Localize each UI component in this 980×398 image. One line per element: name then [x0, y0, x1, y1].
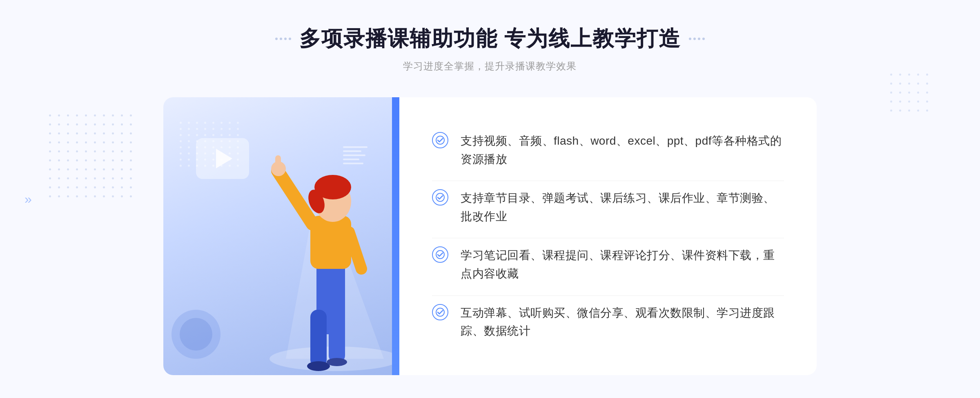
- dot: [94, 132, 96, 134]
- chevron-icon: »: [24, 192, 32, 207]
- dot: [926, 92, 928, 94]
- feature-text-2: 支持章节目录、弹题考试、课后练习、课后作业、章节测验、批改作业: [461, 189, 784, 226]
- dot: [188, 140, 190, 142]
- dot: [112, 141, 114, 143]
- dot: [112, 177, 114, 179]
- check-icon-1: [432, 132, 448, 148]
- play-icon: [216, 149, 232, 168]
- dot: [180, 152, 182, 154]
- dot: [49, 141, 51, 143]
- dot: [112, 195, 114, 197]
- dot: [130, 141, 132, 143]
- dot: [112, 186, 114, 188]
- dot: [94, 159, 96, 161]
- dot: [130, 150, 132, 152]
- dot: [49, 114, 51, 116]
- dot: [49, 186, 51, 188]
- dot: [908, 110, 910, 112]
- dot: [899, 83, 901, 85]
- dot: [899, 74, 901, 76]
- dot: [212, 128, 214, 130]
- dot: [103, 132, 105, 134]
- svg-rect-3: [310, 310, 327, 367]
- dot: [130, 159, 132, 161]
- dot: [121, 114, 123, 116]
- dot: [130, 177, 132, 179]
- checkmark-svg-1: [436, 136, 445, 145]
- dot: [58, 177, 60, 179]
- dot: [49, 168, 51, 170]
- dot: [220, 128, 223, 130]
- dot: [67, 186, 69, 188]
- dot: [94, 177, 96, 179]
- svg-point-6: [327, 358, 347, 366]
- dot: [103, 150, 105, 152]
- dot: [58, 150, 60, 152]
- dot: [917, 92, 919, 94]
- dot: [94, 141, 96, 143]
- dot: [180, 159, 182, 161]
- dot: [237, 122, 239, 124]
- dot: [112, 123, 114, 125]
- feature-item-3: 学习笔记回看、课程提问、课程评论打分、课件资料下载，重点内容收藏: [432, 238, 784, 291]
- dot: [112, 132, 114, 134]
- dot: [917, 101, 919, 103]
- dot: [76, 132, 78, 134]
- feature-item-4: 互动弹幕、试听购买、微信分享、观看次数限制、学习进度跟踪、数据统计: [432, 295, 784, 349]
- dot: [67, 141, 69, 143]
- dot: [180, 122, 182, 124]
- dot: [196, 128, 198, 130]
- dot: [76, 177, 78, 179]
- dot: [204, 128, 206, 130]
- feature-text-4: 互动弹幕、试听购买、微信分享、观看次数限制、学习进度跟踪、数据统计: [461, 304, 784, 341]
- dot: [196, 134, 198, 136]
- dot: [130, 195, 132, 197]
- dot: [85, 177, 87, 179]
- dot: [112, 168, 114, 170]
- dot: [121, 168, 123, 170]
- dot: [49, 123, 51, 125]
- check-icon-2: [432, 189, 448, 206]
- dot: [890, 110, 892, 112]
- dot: [85, 114, 87, 116]
- dot: [49, 132, 51, 134]
- dot: [899, 101, 901, 103]
- dot: [67, 132, 69, 134]
- dot: [220, 122, 223, 124]
- dot: [112, 150, 114, 152]
- checkmark-svg-4: [436, 308, 445, 317]
- page-subtitle: 学习进度全掌握，提升录播课教学效果: [275, 60, 705, 73]
- dot: [130, 186, 132, 188]
- dot: [85, 150, 87, 152]
- dot: [926, 101, 928, 103]
- page-wrapper: for(let i=0;i<100;i++){ document.current…: [0, 0, 980, 398]
- dot: [103, 195, 105, 197]
- dot: [180, 146, 182, 148]
- dot: [85, 132, 87, 134]
- dot: [121, 159, 123, 161]
- dot: [188, 134, 190, 136]
- dot: [94, 195, 96, 197]
- dot: [76, 141, 78, 143]
- svg-point-5: [307, 361, 330, 371]
- dot: [229, 122, 231, 124]
- dot: [103, 114, 105, 116]
- dot: [58, 195, 60, 197]
- dot: [58, 114, 60, 116]
- dot: [85, 168, 87, 170]
- dot: [112, 159, 114, 161]
- human-figure-illustration: [253, 138, 392, 375]
- dot: [220, 134, 223, 136]
- svg-line-9: [349, 232, 361, 269]
- dot: [926, 74, 928, 76]
- dot: [188, 165, 190, 167]
- dot: [103, 186, 105, 188]
- illustration-area: [163, 97, 392, 375]
- dot: [204, 122, 206, 124]
- dot: [49, 195, 51, 197]
- checkmark-svg-3: [436, 250, 445, 259]
- dot: [121, 195, 123, 197]
- page-title: 多项录播课辅助功能 专为线上教学打造: [299, 25, 681, 53]
- dot: [188, 159, 190, 161]
- dot: [67, 168, 69, 170]
